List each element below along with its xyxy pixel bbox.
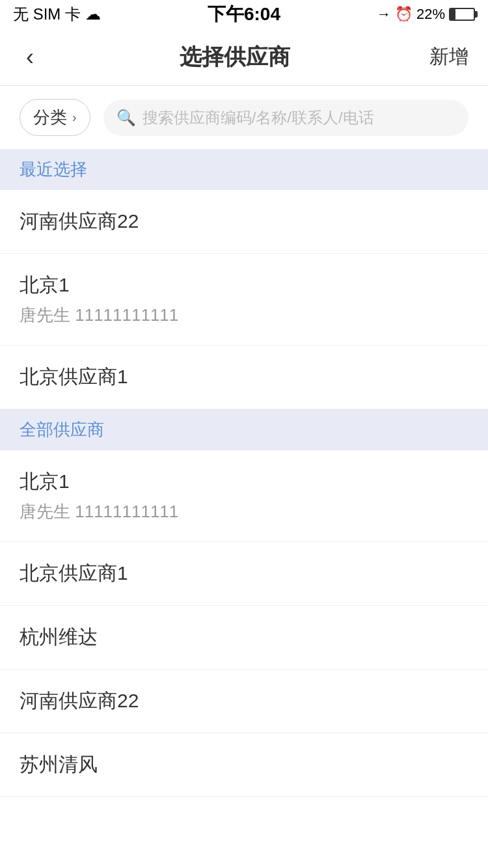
supplier-name: 河南供应商22 (20, 688, 468, 714)
recent-item-0[interactable]: 河南供应商22 (0, 190, 488, 254)
nav-bar: ‹ 选择供应商 新增 (0, 29, 488, 86)
recent-section-header: 最近选择 (0, 149, 488, 190)
search-placeholder: 搜索供应商编码/名称/联系人/电话 (142, 107, 374, 128)
all-item-3[interactable]: 河南供应商22 (0, 670, 488, 733)
all-item-2[interactable]: 杭州维达 (0, 606, 488, 670)
status-bar: 无 SIM 卡 ☁ 下午6:04 → ⏰ 22% (0, 0, 488, 29)
status-left: 无 SIM 卡 ☁ (13, 4, 101, 25)
page-title: 选择供应商 (180, 42, 290, 72)
all-items-list: 北京1 唐先生 11111111111 北京供应商1 杭州维达 河南供应商22 … (0, 450, 488, 797)
category-label: 分类 (33, 106, 67, 129)
no-sim-label: 无 SIM 卡 ☁ (13, 4, 101, 25)
category-filter[interactable]: 分类 › (20, 99, 90, 136)
alarm-icon: ⏰ (395, 6, 413, 23)
supplier-name: 北京供应商1 (20, 560, 468, 587)
supplier-name: 河南供应商22 (20, 208, 468, 235)
recent-item-1[interactable]: 北京1 唐先生 11111111111 (0, 254, 488, 346)
recent-item-2[interactable]: 北京供应商1 (0, 346, 488, 409)
supplier-name: 北京供应商1 (20, 364, 468, 390)
add-button[interactable]: 新增 (429, 44, 468, 70)
all-section-label: 全部供应商 (20, 420, 104, 439)
search-icon: 🔍 (116, 109, 136, 127)
status-time: 下午6:04 (208, 2, 280, 27)
status-right: → ⏰ 22% (377, 6, 475, 23)
supplier-name: 北京1 (20, 272, 468, 299)
supplier-name: 杭州维达 (20, 624, 468, 651)
back-button[interactable]: ‹ (20, 37, 40, 77)
recent-items-list: 河南供应商22 北京1 唐先生 11111111111 北京供应商1 (0, 190, 488, 409)
search-box[interactable]: 🔍 搜索供应商编码/名称/联系人/电话 (103, 100, 468, 136)
all-item-0[interactable]: 北京1 唐先生 11111111111 (0, 450, 488, 542)
supplier-name: 北京1 (20, 468, 468, 495)
supplier-contact: 唐先生 11111111111 (20, 304, 468, 327)
battery-percent: 22% (416, 6, 445, 23)
all-item-1[interactable]: 北京供应商1 (0, 542, 488, 606)
all-item-4[interactable]: 苏州清风 (0, 733, 488, 797)
location-icon: → (377, 6, 391, 23)
all-section-header: 全部供应商 (0, 409, 488, 450)
battery-icon (449, 8, 475, 21)
supplier-contact: 唐先生 11111111111 (20, 500, 468, 523)
filter-bar: 分类 › 🔍 搜索供应商编码/名称/联系人/电话 (0, 86, 488, 149)
supplier-name: 苏州清风 (20, 752, 468, 778)
chevron-right-icon: › (72, 110, 77, 125)
recent-section-label: 最近选择 (20, 159, 87, 179)
